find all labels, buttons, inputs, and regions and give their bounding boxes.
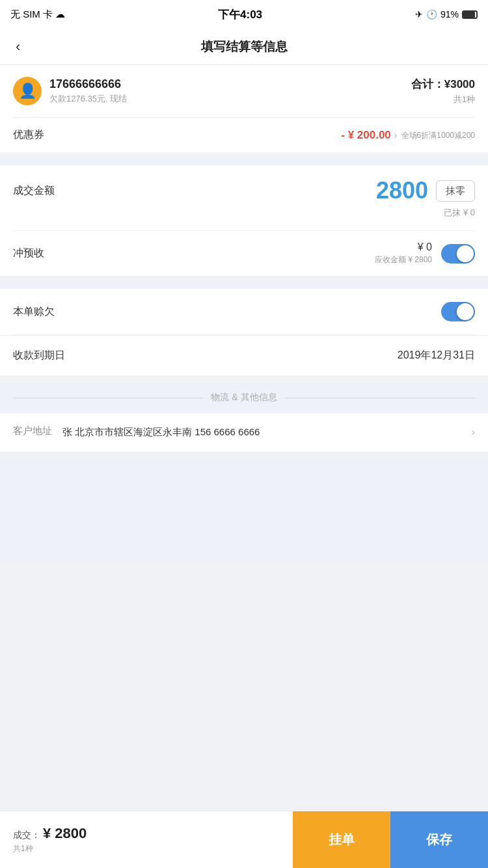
customer-info: 17666666666 欠款1276.35元, 现结: [49, 77, 411, 105]
bottom-amount: ¥ 2800: [43, 825, 87, 842]
main-content: 👤 17666666666 欠款1276.35元, 现结 合计：¥3000 共1…: [0, 65, 488, 619]
hang-order-button[interactable]: 挂单: [293, 811, 390, 869]
prepay-sub: 应收金额 ¥ 2800: [375, 254, 432, 265]
customer-phone: 17666666666: [49, 77, 411, 91]
amount-label: 成交金额: [13, 184, 55, 198]
coupon-detail: 全场6折满1000减200: [401, 130, 475, 141]
location-icon: ✈: [415, 9, 423, 20]
address-label: 客户地址: [13, 425, 52, 437]
address-value: 张 北京市市辖区海淀区永丰南 156 6666 6666: [62, 425, 467, 440]
address-card: 客户地址 张 北京市市辖区海淀区永丰南 156 6666 6666 ›: [0, 413, 488, 452]
back-button[interactable]: ‹: [10, 33, 25, 61]
address-chevron-icon: ›: [472, 426, 475, 438]
bottom-info: 成交： ¥ 2800 共1种: [0, 825, 293, 854]
gray-filler: [0, 458, 488, 562]
signal-text: 无 SIM 卡 ☁: [10, 8, 65, 21]
bottom-bar: 成交： ¥ 2800 共1种 挂单 保存: [0, 811, 488, 868]
battery-bar: [462, 10, 478, 19]
coupon-right: - ¥ 200.00 › 全场6折满1000减200: [341, 129, 475, 142]
section-divider-2: [0, 282, 488, 289]
battery-percent: 91%: [441, 9, 459, 20]
due-date-value: 2019年12月31日: [398, 349, 475, 362]
status-right: ✈ 🕐 91%: [415, 9, 478, 20]
coupon-label: 优惠券: [13, 128, 44, 142]
due-date-row: 收款到期日 2019年12月31日: [13, 349, 475, 362]
amount-row: 成交金额 2800 抹零: [13, 177, 475, 204]
due-date-section: 收款到期日 2019年12月31日: [0, 335, 488, 375]
round-zero-button[interactable]: 抹零: [436, 180, 475, 202]
customer-sub: 欠款1276.35元, 现结: [49, 93, 411, 105]
battery-icon: 🕐: [426, 9, 437, 20]
customer-row: 👤 17666666666 欠款1276.35元, 现结 合计：¥3000 共1…: [0, 65, 488, 117]
customer-card: 👤 17666666666 欠款1276.35元, 现结 合计：¥3000 共1…: [0, 65, 488, 152]
amount-card: 成交金额 2800 抹零 已抹 ¥ 0 冲预收 ¥ 0 应收金额 ¥ 2800: [0, 165, 488, 276]
section-divider: [0, 159, 488, 165]
prepay-toggle[interactable]: [441, 244, 475, 264]
total-sub: 共1种: [411, 94, 475, 105]
credit-card: 本单赊欠 收款到期日 2019年12月31日: [0, 289, 488, 375]
amount-section: 成交金额 2800 抹零 已抹 ¥ 0: [0, 165, 488, 230]
credit-section: 本单赊欠: [0, 289, 488, 334]
credit-label: 本单赊欠: [13, 305, 55, 319]
coupon-discount: - ¥ 200.00: [341, 129, 391, 141]
coupon-row[interactable]: 优惠券 - ¥ 200.00 › 全场6折满1000减200: [0, 118, 488, 152]
avatar: 👤: [13, 77, 42, 105]
credit-row: 本单赊欠: [13, 302, 475, 321]
nav-bar: ‹ 填写结算等信息: [0, 29, 488, 65]
separator-text: 物流 & 其他信息: [203, 392, 284, 403]
bottom-deal-label: 成交：: [13, 830, 40, 841]
prepay-row: 冲预收 ¥ 0 应收金额 ¥ 2800: [13, 241, 475, 265]
address-section[interactable]: 客户地址 张 北京市市辖区海淀区永丰南 156 6666 6666 ›: [0, 413, 488, 452]
status-time: 下午4:03: [218, 7, 262, 22]
save-button[interactable]: 保存: [390, 811, 488, 869]
chevron-right-icon: ›: [394, 129, 397, 141]
status-left: 无 SIM 卡 ☁: [10, 8, 65, 21]
bottom-sub: 共1种: [13, 843, 280, 854]
page-title: 填写结算等信息: [201, 38, 288, 55]
prepay-section: 冲预收 ¥ 0 应收金额 ¥ 2800: [0, 231, 488, 276]
prepay-amount: ¥ 0: [418, 241, 432, 253]
toggle-knob: [457, 245, 474, 262]
amount-value: 2800: [376, 177, 428, 204]
prepay-label: 冲预收: [13, 247, 44, 260]
user-icon: 👤: [19, 83, 36, 100]
prepay-right: ¥ 0 应收金额 ¥ 2800: [375, 241, 432, 265]
amount-sub: 已抹 ¥ 0: [13, 207, 475, 219]
credit-toggle[interactable]: [441, 302, 475, 321]
total-amount: 合计：¥3000: [411, 77, 475, 92]
amount-right: 2800 抹零: [376, 177, 475, 204]
customer-total: 合计：¥3000 共1种: [411, 77, 475, 105]
credit-toggle-knob: [457, 303, 474, 320]
logistics-separator: 物流 & 其他信息: [0, 382, 488, 413]
status-bar: 无 SIM 卡 ☁ 下午4:03 ✈ 🕐 91%: [0, 0, 488, 29]
due-date-label: 收款到期日: [13, 349, 65, 362]
